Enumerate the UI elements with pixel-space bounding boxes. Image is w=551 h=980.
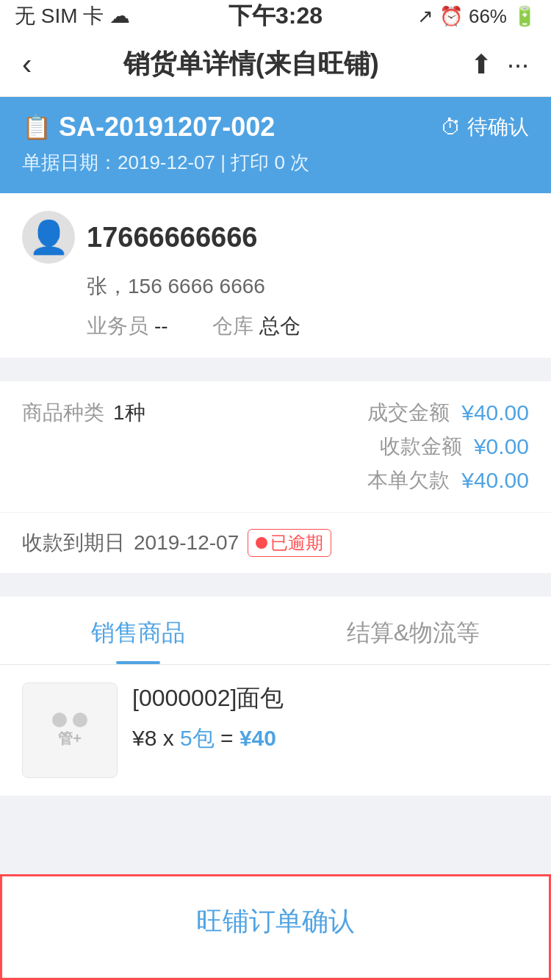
tab-settlement[interactable]: 结算&物流等 xyxy=(276,597,551,664)
sales-rep-value: -- xyxy=(154,314,168,338)
amount-label-2: 本单欠款 xyxy=(367,466,450,494)
owl-text: 管+ xyxy=(58,729,82,749)
order-id: 📋 SA-20191207-002 xyxy=(22,112,275,143)
price-equals: = xyxy=(215,726,240,750)
status-left: 无 SIM 卡 ☁ xyxy=(15,2,130,30)
more-icon[interactable]: ··· xyxy=(507,49,529,80)
nav-actions: ⬆ ··· xyxy=(470,49,529,80)
due-date-section: 收款到期日 2019-12-07 已逾期 xyxy=(0,512,551,573)
amount-value-0: ¥40.00 xyxy=(461,400,529,425)
order-header-banner: 📋 SA-20191207-002 ⏱ 待确认 单据日期：2019-12-07 … xyxy=(0,97,551,193)
amount-label-0: 成交金额 xyxy=(367,399,450,427)
order-date: 单据日期：2019-12-07 | 打印 0 次 xyxy=(22,150,529,176)
order-icon: 📋 xyxy=(22,113,51,141)
avatar: 👤 xyxy=(22,211,75,264)
status-bar: 无 SIM 卡 ☁ 下午3:28 ↗ ⏰ 66% 🔋 xyxy=(0,0,551,32)
alarm-icon: ⏰ xyxy=(439,5,463,28)
warehouse-item: 仓库 总仓 xyxy=(212,312,300,340)
summary-left: 商品种类 1种 xyxy=(22,399,145,427)
price-base: ¥8 x xyxy=(132,726,180,750)
no-sim-text: 无 SIM 卡 ☁ xyxy=(15,2,130,30)
battery-text: 66% xyxy=(469,5,507,28)
summary-row: 商品种类 1种 成交金额 ¥40.00 收款金额 ¥0.00 本单欠款 ¥40.… xyxy=(22,399,529,494)
overdue-text: 已逾期 xyxy=(270,531,323,555)
share-icon[interactable]: ⬆ xyxy=(470,49,492,80)
sales-rep-label: 业务员 xyxy=(87,312,148,340)
divider-1 xyxy=(0,370,551,381)
divider-2 xyxy=(0,573,551,585)
price-total: ¥40 xyxy=(240,726,276,750)
product-types-value: 1种 xyxy=(113,399,145,427)
order-id-row: 📋 SA-20191207-002 ⏱ 待确认 xyxy=(22,112,529,143)
summary-right: 成交金额 ¥40.00 收款金额 ¥0.00 本单欠款 ¥40.00 xyxy=(367,399,529,494)
amount-row-0: 成交金额 ¥40.00 xyxy=(367,399,529,427)
product-info: [0000002]面包 ¥8 x 5包 = ¥40 xyxy=(132,682,529,754)
tabs-section: 销售商品 结算&物流等 xyxy=(0,597,551,665)
customer-section: 👤 17666666666 张，156 6666 6666 业务员 -- 仓库 … xyxy=(0,193,551,358)
owl-eye-right xyxy=(73,713,87,727)
order-status: ⏱ 待确认 xyxy=(441,113,529,141)
location-icon: ↗ xyxy=(417,5,433,28)
amount-value-2: ¥40.00 xyxy=(461,468,529,493)
summary-section: 商品种类 1种 成交金额 ¥40.00 收款金额 ¥0.00 本单欠款 ¥40.… xyxy=(0,381,551,512)
customer-row: 👤 17666666666 xyxy=(22,211,529,264)
nav-bar: ‹ 销货单详情(来自旺铺) ⬆ ··· xyxy=(0,32,551,97)
customer-meta: 业务员 -- 仓库 总仓 xyxy=(87,312,529,340)
owl-eyes xyxy=(52,713,87,727)
clock-icon: ⏱ xyxy=(441,115,461,140)
amount-label-1: 收款金额 xyxy=(380,433,462,461)
warehouse-value: 总仓 xyxy=(259,312,300,340)
product-image: 管+ xyxy=(22,682,118,778)
product-section: 管+ [0000002]面包 ¥8 x 5包 = ¥40 xyxy=(0,665,551,796)
order-status-text: 待确认 xyxy=(467,113,529,141)
product-types-label: 商品种类 xyxy=(22,399,104,427)
status-time: 下午3:28 xyxy=(228,0,323,32)
battery-icon: 🔋 xyxy=(513,5,536,28)
amount-row-2: 本单欠款 ¥40.00 xyxy=(367,466,529,494)
product-price: ¥8 x 5包 = ¥40 xyxy=(132,724,529,754)
customer-phone: 17666666666 xyxy=(87,222,257,253)
owl-eye-left xyxy=(52,713,67,727)
tabs-row: 销售商品 结算&物流等 xyxy=(0,597,551,664)
back-button[interactable]: ‹ xyxy=(22,48,32,81)
amount-row-1: 收款金额 ¥0.00 xyxy=(380,433,529,461)
amount-value-1: ¥0.00 xyxy=(474,434,529,459)
confirm-order-button[interactable]: 旺铺订单确认 xyxy=(24,888,527,954)
overdue-dot-icon xyxy=(256,537,267,549)
due-date-value: 2019-12-07 xyxy=(134,531,239,555)
order-id-text: SA-20191207-002 xyxy=(59,112,275,143)
product-logo: 管+ xyxy=(52,713,87,749)
status-right: ↗ ⏰ 66% 🔋 xyxy=(417,5,536,28)
price-qty: 5包 xyxy=(180,726,215,750)
tab-sales-products[interactable]: 销售商品 xyxy=(0,597,276,664)
confirm-btn-container: 旺铺订单确认 xyxy=(0,874,551,980)
product-item: 管+ [0000002]面包 ¥8 x 5包 = ¥40 xyxy=(22,682,529,778)
page-title: 销货单详情(来自旺铺) xyxy=(123,46,379,82)
due-date-label: 收款到期日 xyxy=(22,529,125,557)
sales-rep-item: 业务员 -- xyxy=(87,312,168,340)
user-icon: 👤 xyxy=(29,218,69,256)
customer-name: 张，156 6666 6666 xyxy=(87,273,529,300)
product-name: [0000002]面包 xyxy=(132,682,529,715)
warehouse-label: 仓库 xyxy=(212,312,253,340)
overdue-badge: 已逾期 xyxy=(248,529,331,557)
